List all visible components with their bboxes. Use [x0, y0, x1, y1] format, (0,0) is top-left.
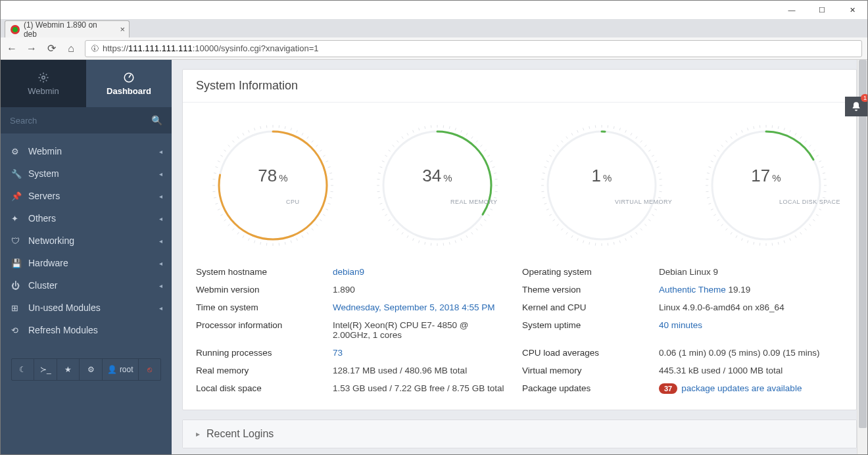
page-viewport: Webmin Dashboard 🔍 ⚙Webmin◂ 🔧System◂ 📌Se…	[1, 60, 867, 454]
sidebar-item-others[interactable]: ✦Others◂	[1, 207, 172, 229]
sidebar-item-hardware[interactable]: 💾Hardware◂	[1, 252, 172, 274]
sidebar-search[interactable]: 🔍	[1, 107, 172, 133]
tab-close-icon[interactable]: ×	[120, 24, 125, 34]
svg-line-198	[816, 155, 818, 156]
window-minimize-button[interactable]: ―	[777, 1, 807, 19]
svg-line-104	[385, 214, 387, 216]
gauge-cpu[interactable]: 78% CPU	[196, 120, 350, 251]
svg-line-52	[220, 155, 222, 156]
svg-line-164	[557, 224, 559, 226]
gauge-local-disk-space[interactable]: 17% LOCAL DISK SPACE	[689, 120, 843, 251]
notifications-button[interactable]: 1	[845, 97, 867, 116]
svg-line-44	[216, 203, 218, 204]
svg-line-7	[302, 133, 303, 135]
svg-line-11	[320, 150, 322, 151]
svg-line-55	[232, 141, 234, 143]
sidebar-item-servers[interactable]: 📌Servers◂	[1, 185, 172, 207]
caret-left-icon: ◂	[159, 215, 162, 222]
svg-line-135	[648, 150, 650, 151]
wrench-icon: 🔧	[11, 169, 22, 179]
dashboard-icon	[123, 72, 135, 84]
chevron-right-icon: ▸	[196, 429, 200, 439]
svg-line-27	[302, 235, 303, 237]
settings-button[interactable]: ⚙	[80, 359, 102, 380]
nav-home-button[interactable]: ⌂	[65, 43, 77, 55]
package-updates-link[interactable]: package updates are available	[681, 383, 802, 393]
favorite-button[interactable]: ★	[57, 359, 80, 380]
sidebar-item-label: Servers	[28, 191, 60, 201]
svg-line-106	[380, 203, 383, 204]
sidebar-item-system[interactable]: 🔧System◂	[1, 162, 172, 185]
caret-left-icon: ◂	[159, 304, 162, 312]
svg-line-98	[413, 238, 414, 241]
svg-line-40	[228, 224, 230, 226]
gears-icon: ⚙	[87, 365, 95, 374]
value-disk: 1.53 GB used / 7.22 GB free / 8.75 GB to…	[333, 383, 517, 394]
user-button[interactable]: 👤root	[103, 359, 139, 380]
svg-line-67	[455, 128, 456, 131]
value-webmin-version: 1.890	[333, 285, 517, 295]
window-maximize-button[interactable]: ☐	[807, 1, 837, 19]
svg-line-58	[249, 130, 250, 133]
sidebar-item-unused[interactable]: ⊞Un-used Modules◂	[1, 297, 172, 319]
logout-icon: ⎋	[147, 365, 152, 374]
svg-line-151	[631, 235, 632, 237]
nav-reload-button[interactable]: ⟳	[45, 43, 57, 55]
svg-line-130	[625, 130, 627, 133]
caret-left-icon: ◂	[159, 148, 162, 155]
svg-line-70	[471, 137, 473, 139]
svg-line-191	[784, 128, 784, 131]
hostname-link[interactable]: debian9	[333, 267, 364, 277]
svg-line-132	[636, 137, 637, 139]
svg-line-68	[461, 130, 462, 133]
svg-line-56	[237, 137, 239, 139]
svg-line-29	[291, 241, 291, 243]
svg-line-181	[571, 133, 573, 135]
browser-toolbar: ← → ⟳ ⌂ 🛈 https:// 111.111.111.111 :1000…	[1, 37, 867, 60]
sidebar-item-label: Refresh Modules	[28, 325, 98, 335]
nav-forward-button[interactable]: →	[26, 43, 37, 55]
svg-line-83	[490, 209, 493, 210]
address-bar[interactable]: 🛈 https:// 111.111.111.111 :10000/sysinf…	[85, 40, 862, 57]
sidebar-tab-webmin[interactable]: Webmin	[1, 60, 86, 107]
nav-back-button[interactable]: ←	[6, 43, 18, 55]
gauge-real-memory[interactable]: 34% REAL MEMORY	[360, 120, 514, 251]
sidebar-item-label: Hardware	[28, 258, 68, 268]
uptime-link[interactable]: 40 minutes	[659, 320, 702, 330]
recent-logins-panel[interactable]: ▸ Recent Logins	[182, 419, 857, 448]
logout-button[interactable]: ⎋	[139, 359, 160, 380]
svg-line-199	[819, 161, 821, 162]
window-close-button[interactable]: ✕	[837, 1, 867, 19]
browser-tab[interactable]: (1) Webmin 1.890 on deb ×	[5, 20, 130, 37]
svg-line-229	[711, 209, 713, 210]
label-kernel: Kernel and CPU	[522, 302, 654, 312]
running-link[interactable]: 73	[333, 348, 343, 358]
theme-link[interactable]: Authentic Theme	[659, 285, 726, 295]
bell-icon	[851, 101, 861, 112]
gauge-virtual-memory[interactable]: 1% VIRTUAL MEMORY	[525, 120, 679, 251]
recent-logins-title: Recent Logins	[206, 428, 274, 440]
terminal-button[interactable]: ≻_	[34, 359, 57, 380]
time-link[interactable]: Wednesday, September 5, 2018 4:55 PM	[333, 302, 494, 312]
night-mode-button[interactable]: ☾	[12, 359, 34, 380]
svg-line-150	[636, 232, 637, 234]
label-theme: Theme version	[522, 285, 654, 295]
caret-left-icon: ◂	[159, 193, 162, 200]
svg-line-152	[625, 238, 627, 241]
sidebar-tab-dashboard[interactable]: Dashboard	[86, 60, 172, 107]
sidebar-item-webmin[interactable]: ⚙Webmin◂	[1, 140, 172, 162]
recent-logins-header[interactable]: ▸ Recent Logins	[183, 420, 856, 448]
svg-line-243	[736, 133, 737, 135]
sidebar-item-networking[interactable]: 🛡Networking◂	[1, 229, 172, 252]
svg-line-225	[725, 228, 727, 230]
svg-line-89	[466, 235, 468, 237]
svg-line-167	[546, 209, 549, 210]
moon-icon: ☾	[19, 365, 26, 374]
search-input[interactable]	[10, 116, 151, 126]
sidebar-item-refresh[interactable]: ⟲Refresh Modules	[1, 319, 172, 341]
svg-line-81	[494, 197, 496, 198]
svg-line-35	[254, 241, 255, 243]
svg-line-242	[731, 137, 732, 139]
svg-line-73	[484, 150, 486, 151]
sidebar-item-cluster[interactable]: ⏻Cluster◂	[1, 274, 172, 297]
